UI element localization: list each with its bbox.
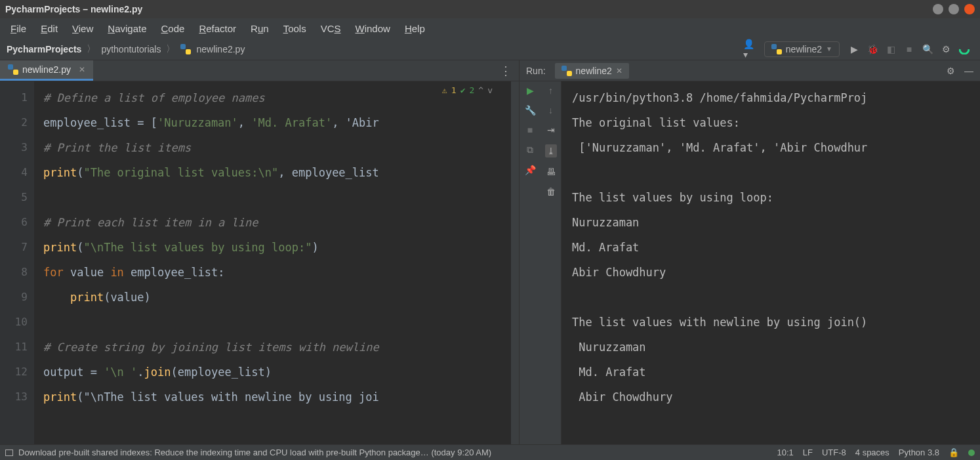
- breadcrumb-root[interactable]: PycharmProjects: [7, 44, 81, 54]
- file-encoding[interactable]: UTF-8: [822, 448, 846, 457]
- debug-button[interactable]: 🐞: [866, 43, 879, 56]
- editor-tab-label: newline2.py: [22, 64, 71, 75]
- interpreter[interactable]: Python 3.8: [899, 448, 939, 457]
- tab-overflow-icon[interactable]: ⋮: [500, 64, 512, 78]
- wrench-icon[interactable]: 🔧: [525, 105, 536, 115]
- menu-help[interactable]: Help: [398, 20, 432, 37]
- menu-navigate[interactable]: Navigate: [101, 20, 153, 37]
- coverage-button[interactable]: ◧: [884, 43, 897, 56]
- search-icon[interactable]: 🔍: [921, 43, 934, 56]
- scroll-down-icon[interactable]: ↓: [548, 105, 553, 115]
- navigation-bar: PycharmProjects 〉 pythontutorials 〉 newl…: [0, 38, 980, 60]
- run-settings-icon[interactable]: ⚙: [947, 66, 955, 76]
- window-close-button[interactable]: [964, 4, 975, 14]
- run-tool-window: Run: newline2 ✕ ⚙ — ▶ 🔧 ■ ⧉ 📌 ↑ ↓ ⇥ ⤓: [520, 60, 980, 444]
- add-user-icon[interactable]: 👤▾: [743, 43, 756, 56]
- run-button[interactable]: ▶: [847, 43, 861, 56]
- editor-tab[interactable]: newline2.py ✕: [0, 60, 93, 81]
- window-title: PycharmProjects – newline2.py: [5, 4, 142, 14]
- run-hide-icon[interactable]: —: [964, 66, 973, 76]
- run-config-selector[interactable]: newline2 ▼: [764, 41, 840, 57]
- print-icon[interactable]: 🖶: [546, 167, 556, 177]
- indent-setting[interactable]: 4 spaces: [855, 448, 889, 457]
- run-header: Run: newline2 ✕ ⚙ —: [520, 60, 980, 81]
- tool-windows-icon[interactable]: [5, 450, 13, 456]
- caret-position[interactable]: 10:1: [777, 448, 793, 457]
- stop-run-button[interactable]: ■: [527, 125, 533, 135]
- menu-run[interactable]: Run: [244, 20, 276, 37]
- menu-edit[interactable]: Edit: [34, 20, 64, 37]
- run-config-name: newline2: [786, 44, 822, 54]
- run-tab[interactable]: newline2 ✕: [555, 63, 629, 79]
- menu-file[interactable]: File: [4, 20, 33, 37]
- menu-refactor[interactable]: Refactor: [192, 20, 243, 37]
- menu-vcs[interactable]: VCS: [314, 20, 348, 37]
- run-tab-label: newline2: [576, 66, 612, 76]
- status-indicator-icon[interactable]: [968, 450, 975, 456]
- pin-icon[interactable]: 📌: [525, 165, 536, 175]
- menu-view[interactable]: View: [66, 20, 100, 37]
- main-menu: File Edit View Navigate Code Refactor Ru…: [0, 18, 980, 38]
- chevron-up-icon[interactable]: ^: [478, 85, 483, 95]
- chevron-down-icon: ▼: [826, 45, 832, 52]
- python-icon: [561, 66, 572, 76]
- run-toolbar-left: ▶ 🔧 ■ ⧉ 📌: [520, 81, 541, 444]
- menu-tools[interactable]: Tools: [277, 20, 313, 37]
- window-maximize-button[interactable]: [949, 4, 959, 14]
- status-bar: Download pre-built shared indexes: Reduc…: [0, 444, 980, 460]
- close-run-tab-icon[interactable]: ✕: [616, 66, 623, 75]
- window-titlebar: PycharmProjects – newline2.py: [0, 0, 980, 18]
- settings-icon[interactable]: ⚙: [939, 43, 952, 56]
- breadcrumb-folder[interactable]: pythontutorials: [101, 44, 161, 54]
- python-file-icon: [8, 64, 18, 75]
- python-file-icon: [180, 44, 191, 54]
- trash-icon[interactable]: 🗑: [546, 186, 556, 197]
- breadcrumb[interactable]: PycharmProjects 〉 pythontutorials 〉 newl…: [7, 43, 245, 55]
- close-tab-icon[interactable]: ✕: [79, 65, 85, 74]
- window-minimize-button[interactable]: [933, 4, 943, 14]
- line-separator[interactable]: LF: [803, 448, 813, 457]
- python-icon: [771, 44, 782, 54]
- breadcrumb-file[interactable]: newline2.py: [196, 44, 245, 54]
- chevron-right-icon: 〉: [166, 43, 175, 55]
- chevron-down-icon[interactable]: v: [487, 85, 493, 95]
- stop-button[interactable]: ■: [903, 43, 916, 56]
- code-area[interactable]: # Define a list of employee names employ…: [34, 81, 519, 444]
- warning-icon: ⚠: [442, 85, 447, 95]
- inspection-widget[interactable]: ⚠1 ✔2 ^ v: [442, 85, 493, 95]
- weak-warning-icon: ✔: [460, 85, 466, 95]
- editor-body[interactable]: 12345678910111213 # Define a list of emp…: [0, 81, 519, 444]
- status-message[interactable]: Download pre-built shared indexes: Reduc…: [18, 448, 491, 457]
- lock-icon[interactable]: 🔒: [949, 448, 959, 457]
- run-toolbar-right: ↑ ↓ ⇥ ⤓ 🖶 🗑: [541, 81, 561, 444]
- menu-window[interactable]: Window: [349, 20, 397, 37]
- rerun-button[interactable]: ▶: [527, 85, 534, 96]
- editor-tabs: newline2.py ✕ ⋮: [0, 60, 519, 81]
- svg-point-0: [960, 45, 969, 54]
- run-label: Run:: [526, 66, 546, 76]
- line-gutter[interactable]: 12345678910111213: [0, 81, 34, 444]
- editor-pane: newline2.py ✕ ⋮ 12345678910111213 # Defi…: [0, 60, 520, 444]
- menu-code[interactable]: Code: [155, 20, 192, 37]
- main-split: newline2.py ✕ ⋮ 12345678910111213 # Defi…: [0, 60, 980, 444]
- chevron-right-icon: 〉: [87, 43, 96, 55]
- run-body: ▶ 🔧 ■ ⧉ 📌 ↑ ↓ ⇥ ⤓ 🖶 🗑 /usr/bin/python3.8…: [520, 81, 980, 444]
- ide-logo-icon[interactable]: [958, 43, 971, 56]
- soft-wrap-icon[interactable]: ⇥: [547, 125, 555, 135]
- editor-scrollbar[interactable]: [511, 81, 519, 444]
- layout-icon[interactable]: ⧉: [527, 144, 533, 156]
- scroll-to-end-icon[interactable]: ⤓: [545, 144, 557, 157]
- run-output[interactable]: /usr/bin/python3.8 /home/fahmida/Pycharm…: [561, 81, 980, 444]
- scroll-up-icon[interactable]: ↑: [548, 85, 553, 96]
